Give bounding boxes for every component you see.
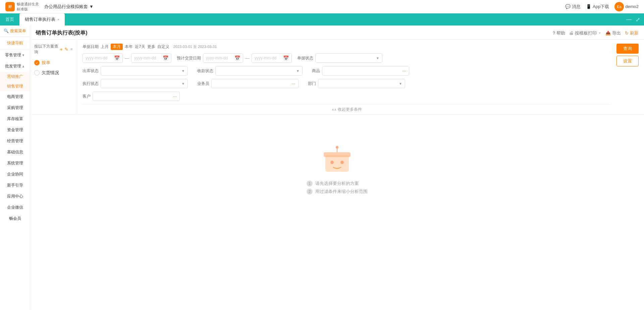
sidebar-search[interactable]: 🔍 搜索菜单 <box>0 25 30 37</box>
content-body: 按以下方案查询 + ✎ « ✓ 按单 欠货情况 <box>30 40 644 114</box>
minimize-icon[interactable]: — <box>625 15 633 24</box>
sidebar-newbie-label: 新手引导 <box>7 183 23 188</box>
date-year-btn[interactable]: 本年 <box>125 44 133 50</box>
sidebar-item-marketing[interactable]: 营销推广 <box>0 72 30 82</box>
exec-status-arrow-icon: ▼ <box>181 82 185 86</box>
filter-row-5: 客户 ··· <box>83 92 611 101</box>
salesperson-filter: 业务员 ··· <box>197 79 299 88</box>
sidebar-item-enterprise[interactable]: 企业协同 <box>0 169 30 180</box>
sidebar-item-app-center[interactable]: 应用中心 <box>0 191 30 202</box>
expected-date-end-placeholder: yyyy-mm-dd <box>255 56 276 60</box>
goods-filter: 商品 ··· <box>312 66 409 75</box>
page-content: 销售订单执行表(按单) ? 帮助 🖨 按模板打印 ▼ 📤 导出 <box>30 25 644 310</box>
nav-tabs-actions: — ⤢ <box>625 15 644 24</box>
date-more-btn[interactable]: 更多 <box>147 44 155 50</box>
collapse-chevron-icon: ∧∧ <box>332 108 336 111</box>
date-start-input[interactable]: yyyy-mm-dd 📅 <box>83 53 123 63</box>
sidebar-item-sales[interactable]: 销售管理 <box>0 82 30 91</box>
message-button[interactable]: 💬 消息 <box>565 4 581 10</box>
collapse-conditions-btn[interactable]: ∧∧ 收起更多条件 <box>83 104 611 114</box>
calendar-end-icon[interactable]: 📅 <box>163 55 168 61</box>
main-layout: 🔍 搜索菜单 快捷导航 零售管理 ▼ 批发管理 ▲ 营销推广 销售管理 电商管理… <box>0 25 644 310</box>
customer-filter: 客户 ··· <box>83 92 180 101</box>
print-button[interactable]: 🖨 按模板打印 ▼ <box>569 30 601 36</box>
scheme-panel-icons: + ✎ « <box>60 47 73 52</box>
maximize-icon[interactable]: ⤢ <box>634 15 641 24</box>
sidebar-ecommerce-label: 电商管理 <box>7 94 23 100</box>
page-inner: 销售订单执行表(按单) ? 帮助 🖨 按模板打印 ▼ 📤 导出 <box>30 25 644 310</box>
goods-input[interactable]: ··· <box>322 66 409 75</box>
sidebar-item-newbie[interactable]: 新手引导 <box>0 180 30 191</box>
app-download-button[interactable]: 📱 App下载 <box>586 4 609 10</box>
quick-nav-label[interactable]: 快捷导航 <box>0 38 30 48</box>
date-end-input[interactable]: yyyy-mm-dd 📅 <box>131 53 171 63</box>
sidebar-item-wholesale[interactable]: 批发管理 ▲ <box>0 61 30 72</box>
sidebar-item-inventory[interactable]: 库存核算 <box>0 113 30 124</box>
scheme-item-shortage[interactable]: 欠货情况 <box>30 68 77 78</box>
scheme-panel-title: 按以下方案查询 <box>34 44 58 55</box>
tab-close-icon[interactable]: × <box>57 17 59 21</box>
topbar-left: 好 畅捷通好生意 标准版 办公用品行业模拟账套 ▼ <box>5 2 96 11</box>
customer-more-icon[interactable]: ··· <box>173 94 177 99</box>
salesperson-input[interactable]: ··· <box>211 79 299 88</box>
avatar-initial: Ea <box>617 5 622 9</box>
sidebar-quick-nav[interactable]: 快捷导航 <box>0 37 30 50</box>
empty-steps: 1 请先选择要分析的方案 2 用过滤条件来缩小分析范围 <box>307 180 368 195</box>
doc-status-select[interactable]: ▼ <box>315 53 382 63</box>
date-prev-month-btn[interactable]: 上月 <box>101 44 109 50</box>
sidebar-item-member[interactable]: 畅会员 <box>0 213 30 224</box>
doc-status-label: 单据状态 <box>297 55 313 61</box>
help-button[interactable]: ? 帮助 <box>553 30 565 36</box>
sidebar-item-purchase[interactable]: 采购管理 <box>0 102 30 113</box>
help-icon: ? <box>553 31 555 36</box>
sidebar-wholesale-label: 批发管理 <box>5 63 21 69</box>
scheme-collapse-icon[interactable]: « <box>70 47 73 52</box>
date-cur-month-btn[interactable]: 本月 <box>111 44 123 50</box>
calendar-start-icon[interactable]: 📅 <box>114 55 120 61</box>
exec-status-filter: 执行状态 ▼ <box>83 79 188 88</box>
salesperson-more-icon[interactable]: ··· <box>291 81 296 86</box>
user-area[interactable]: Ea demo2 <box>614 2 639 11</box>
customer-label: 客户 <box>83 94 91 99</box>
sidebar-item-ecommerce[interactable]: 电商管理 <box>0 91 30 102</box>
scheme-dot-icon: ✓ <box>34 60 40 65</box>
date-range-inputs: yyyy-mm-dd 📅 — yyyy-mm-dd 📅 <box>83 53 171 63</box>
delivery-status-label: 出库状态 <box>83 68 99 74</box>
expected-date-end-input[interactable]: yyyy-mm-dd 📅 <box>252 53 292 63</box>
date-custom-btn[interactable]: 自定义 <box>157 44 169 50</box>
sidebar-item-retail[interactable]: 零售管理 ▼ <box>0 50 30 61</box>
receipt-status-arrow-icon: ▼ <box>296 69 300 73</box>
industry-select[interactable]: 办公用品行业模拟账套 ▼ <box>42 4 96 10</box>
scheme-item-by-order[interactable]: ✓ 按单 <box>30 58 77 68</box>
settings-button[interactable]: 设置 <box>616 56 639 66</box>
tab-sales-order[interactable]: 销售订单执行表 × <box>19 13 65 25</box>
goods-more-icon[interactable]: ··· <box>402 68 406 73</box>
logo-area: 好 畅捷通好生意 标准版 <box>5 2 39 11</box>
export-button[interactable]: 📤 导出 <box>605 30 621 36</box>
query-button[interactable]: 查询 <box>616 44 639 54</box>
sidebar-item-operations[interactable]: 经营管理 <box>0 136 30 147</box>
delivery-status-select[interactable]: ▼ <box>101 66 188 75</box>
tab-home[interactable]: 首页 <box>0 13 19 25</box>
scheme-edit-icon[interactable]: ✎ <box>64 47 68 52</box>
date-7days-btn[interactable]: 近7天 <box>135 44 145 50</box>
sidebar-item-system[interactable]: 系统管理 <box>0 158 30 169</box>
exec-status-select[interactable]: ▼ <box>101 79 188 88</box>
scheme-circle-icon <box>34 70 40 75</box>
calendar-expected-end-icon[interactable]: 📅 <box>283 55 289 61</box>
receipt-status-select[interactable]: ▼ <box>215 66 303 75</box>
refresh-button[interactable]: ↻ 刷新 <box>625 30 639 36</box>
sidebar-item-wechat[interactable]: 企业微信 <box>0 202 30 213</box>
department-select[interactable]: ▼ <box>318 79 405 88</box>
scheme-add-icon[interactable]: + <box>60 47 62 52</box>
svg-point-5 <box>336 146 338 149</box>
customer-input[interactable]: ··· <box>93 92 180 101</box>
tab-sales-order-label: 销售订单执行表 <box>25 16 55 22</box>
filter-panel-container: 单据日期 上月 本月 本年 近7天 更多 自定义 2023-03-01 至 20… <box>77 40 616 114</box>
calendar-expected-start-icon[interactable]: 📅 <box>234 55 240 61</box>
sidebar-item-basic-info[interactable]: 基础信息 <box>0 147 30 158</box>
sidebar-item-finance[interactable]: 资金管理 <box>0 124 30 136</box>
expected-date-start-input[interactable]: yyyy-mm-dd 📅 <box>203 53 243 63</box>
filter-row-3: 出库状态 ▼ 收款状态 ▼ <box>83 66 611 75</box>
doc-date-filter: 单据日期 上月 本月 本年 近7天 更多 自定义 <box>83 44 169 50</box>
